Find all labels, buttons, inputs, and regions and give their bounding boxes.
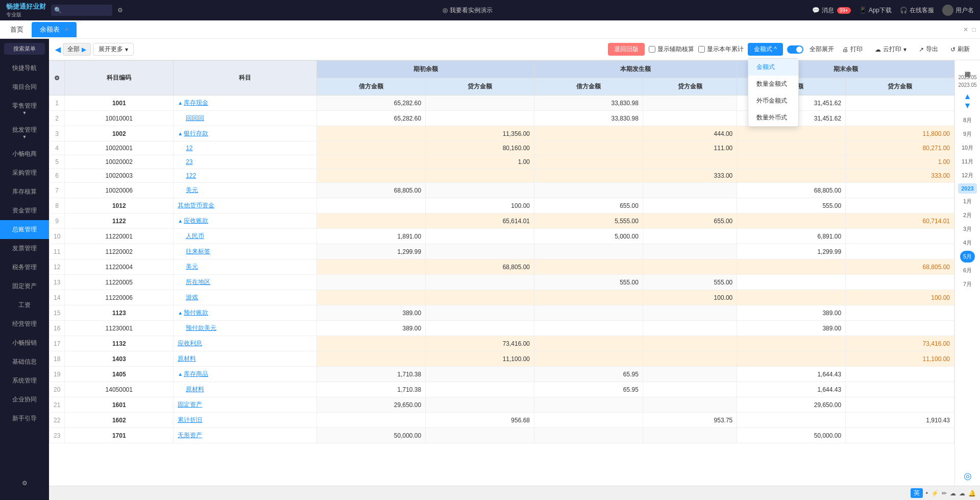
month-5[interactable]: 5月	[960, 251, 975, 263]
sidebar-item-quick-nav[interactable]: 快捷导航	[0, 59, 49, 78]
month-3[interactable]: 3月	[960, 223, 975, 235]
expand-more-btn[interactable]: 展开更多 ▾	[93, 43, 134, 56]
dropdown-item-foreign-amount[interactable]: 外币金额式	[748, 92, 798, 109]
account-name-link[interactable]: 原材料	[178, 355, 196, 362]
sidebar-item-sales[interactable]: 小畅报销	[0, 334, 49, 352]
user-btn[interactable]: 用户名	[942, 5, 974, 16]
account-name-link[interactable]: 游戏	[186, 294, 198, 301]
show-assist-checkbox[interactable]	[649, 46, 655, 53]
account-name-link[interactable]: 无形资产	[178, 432, 202, 439]
sidebar-item-basic[interactable]: 基础信息	[0, 352, 49, 371]
status-lightning-icon[interactable]: ⚡	[931, 490, 939, 497]
month-1[interactable]: 1月	[960, 196, 975, 207]
account-name-link[interactable]: 应收账款	[184, 217, 208, 224]
account-name-link[interactable]: 所在地区	[186, 278, 210, 285]
sidebar-item-assets[interactable]: 固定资产	[0, 277, 49, 296]
year-2023[interactable]: 2023	[958, 183, 976, 194]
expand-row-icon[interactable]: ▲	[178, 218, 183, 224]
search-bar[interactable]: 🔍	[51, 5, 112, 16]
month-11[interactable]: 11月	[959, 156, 976, 168]
dropdown-item-quantity-foreign[interactable]: 数量外币式	[748, 109, 798, 126]
status-translate-icon[interactable]: 英	[911, 488, 923, 498]
month-9[interactable]: 9月	[960, 128, 975, 140]
service-btn[interactable]: 🎧 在线客服	[900, 6, 934, 15]
month-4[interactable]: 4月	[960, 237, 975, 249]
status-edit-icon[interactable]: ✏	[942, 490, 947, 497]
refresh-btn[interactable]: ↺ 刷新	[946, 43, 974, 56]
panel-expand-icon[interactable]: ◎	[964, 470, 972, 482]
account-name-link[interactable]: 库存商品	[184, 370, 208, 377]
nav-down-icon[interactable]: ▼	[964, 101, 972, 110]
sidebar-item-invoice[interactable]: 发票管理	[0, 239, 49, 258]
breadcrumb-back-arrow[interactable]: ◀	[55, 45, 61, 54]
account-name-link[interactable]: 原材料	[186, 386, 204, 393]
nav-up-icon[interactable]: ▲	[964, 92, 972, 101]
expand-row-icon[interactable]: ▲	[178, 310, 183, 316]
tab-home[interactable]: 首页	[4, 22, 30, 37]
month-2[interactable]: 2月	[960, 209, 975, 221]
account-name-link[interactable]: 库存现金	[184, 99, 208, 106]
month-8[interactable]: 8月	[960, 114, 975, 126]
right-panel-title[interactable]: 期间选择	[961, 64, 974, 68]
sidebar-item-wholesale[interactable]: 批发管理 ▼	[0, 121, 49, 145]
expand-row-icon[interactable]: ▲	[178, 131, 183, 136]
account-name-link[interactable]: 其他货币资金	[178, 202, 214, 209]
account-name-link[interactable]: 美元	[186, 263, 198, 270]
sidebar-item-tax[interactable]: 税务管理	[0, 258, 49, 277]
status-cloud-icon2[interactable]: ☁	[959, 490, 965, 497]
sidebar-item-retail[interactable]: 零售管理 ▼	[0, 97, 49, 121]
sidebar-item-ledger[interactable]: 总账管理	[0, 220, 49, 239]
message-btn[interactable]: 💬 消息 99+	[812, 6, 851, 15]
tab-close-btn[interactable]: ×	[65, 26, 69, 33]
sidebar-item-system[interactable]: 系统管理	[0, 371, 49, 390]
back-btn[interactable]: 退回旧版	[608, 43, 645, 56]
month-12[interactable]: 12月	[959, 170, 976, 181]
sidebar-item-purchase[interactable]: 采购管理	[0, 163, 49, 182]
account-name-link[interactable]: 固定资产	[178, 401, 202, 408]
export-btn[interactable]: ↗ 导出	[915, 43, 942, 56]
month-6[interactable]: 6月	[960, 265, 975, 276]
download-btn[interactable]: 📱 App下载	[859, 6, 892, 15]
expand-all-toggle[interactable]	[787, 45, 803, 54]
sidebar-item-ecommerce[interactable]: 小畅电商	[0, 145, 49, 163]
account-name-link[interactable]: 122	[186, 172, 196, 179]
th-settings[interactable]: ⚙	[50, 61, 65, 96]
sidebar-item-guide[interactable]: 新手引导	[0, 409, 49, 428]
sidebar-item-project[interactable]: 项目合同	[0, 78, 49, 97]
sidebar-item-inventory[interactable]: 库存核算	[0, 182, 49, 201]
account-name-link[interactable]: 12	[186, 145, 192, 152]
sidebar-item-operations[interactable]: 经营管理	[0, 315, 49, 334]
cloud-print-btn[interactable]: ☁ 云打印 ▾	[871, 43, 911, 56]
sidebar-search[interactable]: 搜索菜单	[4, 43, 45, 55]
gear-icon[interactable]: ⚙	[117, 7, 123, 14]
account-name-link[interactable]: 预付账款	[184, 309, 208, 316]
demo-link[interactable]: ◎ 我要看实例演示	[443, 6, 493, 15]
account-name-link[interactable]: 23	[186, 158, 192, 165]
month-10[interactable]: 10月	[959, 142, 976, 154]
status-bell-icon[interactable]: 🔔	[968, 490, 976, 497]
print-btn[interactable]: 🖨 打印	[838, 43, 867, 56]
expand-row-icon[interactable]: ▲	[178, 100, 183, 106]
account-name-link[interactable]: 人民币	[186, 232, 204, 240]
maximize-window-btn[interactable]: □	[972, 26, 976, 33]
close-window-btn[interactable]: ✕	[963, 26, 968, 33]
status-cloud-icon1[interactable]: ☁	[950, 490, 956, 497]
account-name-link[interactable]: 预付款美元	[186, 324, 216, 331]
amount-style-btn[interactable]: 金额式 ^	[748, 43, 783, 56]
tab-balance-sheet[interactable]: 余额表 ×	[32, 22, 77, 37]
account-name-link[interactable]: 往来标签	[186, 248, 210, 255]
account-name-link[interactable]: 银行存款	[184, 130, 208, 137]
account-name-link[interactable]: 应收利息	[178, 340, 202, 347]
sidebar-item-salary[interactable]: 工资	[0, 296, 49, 315]
expand-row-icon[interactable]: ▲	[178, 371, 183, 377]
account-name-link[interactable]: 美元	[186, 186, 198, 194]
dropdown-item-quantity-amount[interactable]: 数量金额式	[748, 76, 798, 92]
account-name-link[interactable]: 累计折旧	[178, 416, 202, 423]
sidebar-item-coop[interactable]: 企业协同	[0, 390, 49, 409]
sidebar-settings[interactable]: ⚙	[20, 474, 30, 492]
dropdown-item-amount[interactable]: 金额式	[748, 59, 798, 76]
month-7[interactable]: 7月	[960, 278, 975, 290]
account-name-link[interactable]: 回回回	[186, 114, 204, 122]
show-ytd-checkbox[interactable]	[698, 46, 705, 53]
sidebar-item-capital[interactable]: 资金管理	[0, 201, 49, 220]
